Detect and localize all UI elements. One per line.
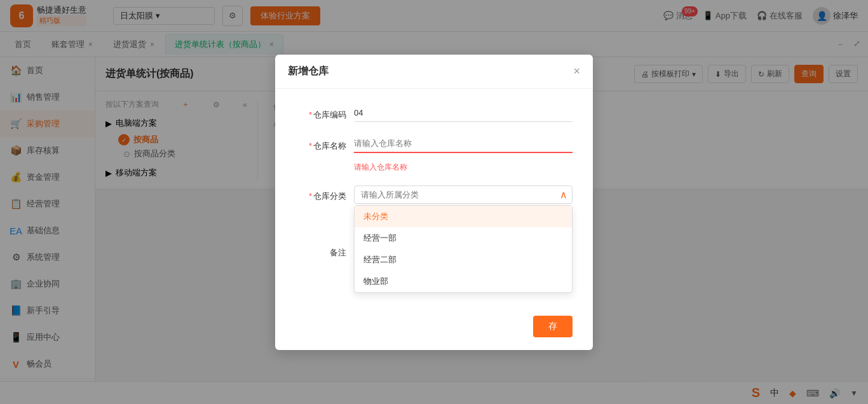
code-label: 仓库编码 — [295, 104, 346, 121]
category-dropdown: 未分类 经营一部 经营二部 物业部 — [354, 205, 573, 293]
note-label: 备注 — [295, 242, 346, 259]
dropdown-option-dept2[interactable]: 经营二部 — [355, 249, 572, 271]
name-input[interactable] — [354, 135, 573, 153]
name-field-row: 仓库名称 请输入仓库名称 — [295, 135, 573, 173]
code-input[interactable] — [354, 104, 573, 122]
add-warehouse-modal: 新增仓库 × 仓库编码 仓库名称 请输入仓库名称 仓库分类 — [275, 55, 593, 350]
category-label: 仓库分类 — [295, 185, 346, 202]
modal-overlay: 新增仓库 × 仓库编码 仓库名称 请输入仓库名称 仓库分类 — [0, 0, 868, 404]
dropdown-option-property[interactable]: 物业部 — [355, 271, 572, 292]
category-field-row: 仓库分类 ∧ 未分类 经营一部 经营二部 物业部 — [295, 185, 573, 204]
modal-header: 新增仓库 × — [275, 55, 593, 89]
name-label: 仓库名称 — [295, 135, 346, 152]
name-error-message: 请输入仓库名称 — [354, 162, 573, 173]
category-select-wrap: ∧ 未分类 经营一部 经营二部 物业部 — [354, 185, 573, 204]
code-field-row: 仓库编码 — [295, 104, 573, 122]
dropdown-option-dept1[interactable]: 经营一部 — [355, 227, 572, 249]
category-input[interactable] — [354, 185, 573, 204]
modal-footer: 存 — [275, 308, 593, 350]
category-arrow-icon[interactable]: ∧ — [560, 189, 567, 201]
modal-title: 新增仓库 — [288, 65, 329, 78]
dropdown-option-unclassified[interactable]: 未分类 — [355, 206, 572, 227]
modal-close-button[interactable]: × — [573, 65, 580, 78]
save-button[interactable]: 存 — [533, 316, 573, 337]
modal-body: 仓库编码 仓库名称 请输入仓库名称 仓库分类 ∧ — [275, 89, 593, 308]
